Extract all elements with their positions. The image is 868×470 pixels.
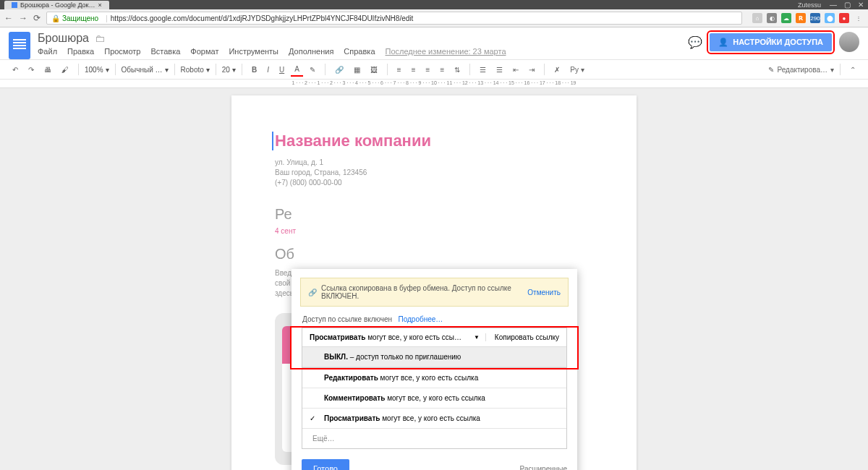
ext-icon[interactable]: ⌂ [752, 13, 762, 23]
section-heading-1: Ре [275, 206, 593, 223]
bold-icon[interactable]: B [248, 64, 260, 76]
align-justify-icon[interactable]: ≡ [436, 64, 448, 76]
align-right-icon[interactable]: ≡ [422, 64, 434, 76]
print-icon[interactable]: 🖶 [41, 64, 55, 76]
undo-icon[interactable]: ↶ [9, 64, 22, 76]
input-tools-icon[interactable]: Ру ▾ [566, 64, 587, 76]
option-view[interactable]: ✓ Просматривать могут все, у кого есть с… [302, 409, 566, 429]
window-maximize-icon[interactable]: ▢ [844, 1, 851, 9]
browser-tab[interactable]: Брошюра - Google Док… × [4, 1, 109, 9]
url-text: https://docs.google.com/document/d/1xdjR… [111, 14, 414, 22]
menu-dots-icon[interactable]: ⋮ [854, 13, 864, 23]
rss-icon[interactable]: 𝗥 [796, 13, 806, 23]
italic-icon[interactable]: I [263, 64, 273, 76]
section-heading-2: Об [275, 246, 593, 262]
paint-format-icon[interactable]: 🖌 [58, 64, 72, 76]
phone-line: (+7) (800) 000-00-00 [275, 178, 593, 188]
menu-help[interactable]: Справка [344, 47, 375, 56]
google-docs-icon[interactable] [9, 32, 30, 59]
company-name-heading: Название компании [272, 132, 593, 150]
address-line-2: Ваш город, Страна, 123456 [275, 168, 593, 178]
chevron-down-icon: ▼ [474, 334, 480, 341]
bulleted-list-icon[interactable]: ☰ [493, 64, 506, 76]
tab-title: Брошюра - Google Док… [20, 1, 95, 9]
ext-icon[interactable]: ◐ [767, 13, 777, 23]
permission-selector[interactable]: Просматривать могут все, у кого есть ссы… [302, 328, 566, 347]
docs-favicon [12, 2, 17, 8]
menu-insert[interactable]: Вставка [150, 47, 180, 56]
docs-header: Брошюра 🗀 Файл Правка Просмотр Вставка Ф… [0, 27, 868, 59]
share-button[interactable]: 👤 НАСТРОЙКИ ДОСТУПА [710, 33, 832, 51]
share-dialog: 🔗 Ссылка скопирована в буфер обмена. Дос… [292, 269, 577, 470]
browser-nav-bar: ← → ⟳ 🔒 Защищено | https://docs.google.c… [0, 9, 868, 27]
numbered-list-icon[interactable]: ☰ [476, 64, 490, 76]
option-comment[interactable]: Комментировать могут все, у кого есть сс… [302, 388, 566, 409]
link-copied-banner: 🔗 Ссылка скопирована в буфер обмена. Дос… [300, 278, 569, 307]
outdent-icon[interactable]: ⇤ [509, 64, 522, 76]
ext-icon[interactable]: ☁ [781, 13, 791, 23]
clear-format-icon[interactable]: ✗ [550, 64, 563, 76]
redo-icon[interactable]: ↷ [25, 64, 38, 76]
ruler[interactable]: 1 · · · 2 · · · 1 · · · 2 · · · 3 · · · … [0, 80, 868, 88]
user-avatar[interactable] [839, 32, 859, 52]
align-left-icon[interactable]: ≡ [393, 64, 405, 76]
font-dropdown[interactable]: Roboto ▾ [181, 66, 210, 74]
link-sharing-status-row: Доступ по ссылке включен Подробнее… [292, 315, 577, 328]
undo-link[interactable]: Отменить [527, 289, 561, 296]
learn-more-link[interactable]: Подробнее… [399, 315, 443, 323]
copy-link-button[interactable]: Копировать ссылку [485, 333, 559, 341]
url-bar[interactable]: 🔒 Защищено | https://docs.google.com/doc… [46, 12, 742, 25]
back-icon[interactable]: ← [4, 13, 13, 23]
option-off[interactable]: ВЫКЛ. – доступ только по приглашению [302, 347, 566, 367]
window-close-icon[interactable]: ✕ [858, 1, 864, 9]
menu-bar: Файл Правка Просмотр Вставка Формат Инст… [38, 47, 681, 56]
highlight-icon[interactable]: ✎ [306, 64, 319, 76]
reload-icon[interactable]: ⟳ [33, 13, 41, 23]
formatting-toolbar: ↶ ↷ 🖶 🖌 100% ▾ Обычный … ▾ Roboto ▾ 20 ▾… [0, 59, 868, 80]
document-title[interactable]: Брошюра [38, 32, 89, 45]
ext-icon[interactable]: ⬤ [825, 13, 835, 23]
ext-icon[interactable]: ● [839, 13, 849, 23]
advanced-link[interactable]: Расширенные [520, 465, 567, 471]
collapse-icon[interactable]: ⌃ [846, 64, 859, 76]
option-edit[interactable]: Редактировать могут все, у кого есть ссы… [302, 368, 566, 388]
date-text: 4 сент [275, 227, 593, 235]
badge-icon[interactable]: 290 [810, 13, 820, 23]
person-icon: 👤 [718, 38, 728, 47]
window-minimize-icon[interactable]: — [830, 1, 837, 9]
address-line-1: ул. Улица, д. 1 [275, 158, 593, 168]
text-color-icon[interactable]: A [291, 63, 303, 77]
banner-text: Ссылка скопирована в буфер обмена. Досту… [321, 284, 523, 300]
menu-format[interactable]: Формат [190, 47, 218, 56]
secure-lock-icon: 🔒 Защищено [51, 14, 98, 22]
editing-mode-dropdown[interactable]: ✎ Редактирова… ▾ [768, 66, 834, 74]
align-center-icon[interactable]: ≡ [408, 64, 420, 76]
dialog-footer: Готово Расширенные [292, 449, 577, 470]
menu-addons[interactable]: Дополнения [289, 47, 333, 56]
forward-icon[interactable]: → [19, 13, 27, 23]
insert-comment-icon[interactable]: ▦ [350, 64, 364, 76]
chrome-user[interactable]: Zutessu [798, 1, 821, 9]
link-icon: 🔗 [308, 289, 317, 296]
menu-edit[interactable]: Правка [67, 47, 94, 56]
insert-link-icon[interactable]: 🔗 [331, 64, 347, 76]
folder-icon[interactable]: 🗀 [95, 33, 105, 44]
extension-icons: ⌂ ◐ ☁ 𝗥 290 ⬤ ● ⋮ [752, 13, 864, 23]
line-spacing-icon[interactable]: ⇅ [451, 64, 464, 76]
fontsize-dropdown[interactable]: 20 ▾ [222, 66, 236, 74]
more-options[interactable]: Ещё… [302, 429, 566, 448]
underline-icon[interactable]: U [276, 64, 288, 76]
menu-view[interactable]: Просмотр [104, 47, 140, 56]
browser-titlebar: Брошюра - Google Док… × Zutessu — ▢ ✕ [0, 0, 868, 9]
menu-tools[interactable]: Инструменты [229, 47, 278, 56]
insert-image-icon[interactable]: 🖼 [367, 64, 381, 76]
last-edit-link[interactable]: Последнее изменение: 23 марта [386, 47, 506, 56]
done-button[interactable]: Готово [302, 459, 349, 470]
paragraph-style-dropdown[interactable]: Обычный … ▾ [122, 66, 169, 74]
zoom-dropdown[interactable]: 100% ▾ [85, 66, 109, 74]
indent-icon[interactable]: ⇥ [525, 64, 538, 76]
comments-icon[interactable]: 💬 [688, 35, 702, 49]
close-tab-icon[interactable]: × [98, 1, 102, 9]
link-permission-dropdown: Просматривать могут все, у кого есть ссы… [302, 328, 567, 368]
menu-file[interactable]: Файл [38, 47, 57, 56]
